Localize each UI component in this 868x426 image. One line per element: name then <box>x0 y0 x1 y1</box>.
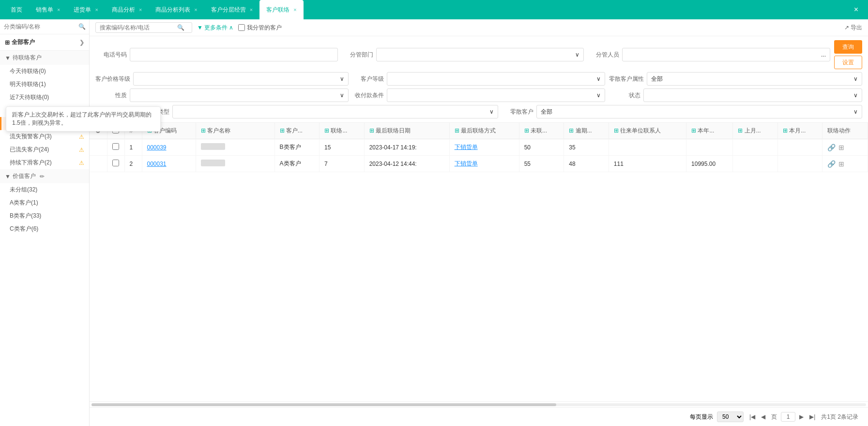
loss-warning-icon[interactable]: ⚠ <box>79 133 84 140</box>
row2-checkbox[interactable] <box>107 156 124 172</box>
sidebar-all-customers-title[interactable]: ⊞ 全部客户 ❯ <box>0 34 89 51</box>
sidebar-item-today[interactable]: 今天待联络(0) <box>0 65 89 78</box>
current-page-input[interactable]: 1 <box>781 412 795 422</box>
customer-type-select[interactable]: ∨ <box>172 105 498 118</box>
row1-code[interactable]: 000039 <box>142 139 196 156</box>
row2-method-link[interactable]: 下销货单 <box>455 160 478 167</box>
next-page-button[interactable]: ▶ <box>797 412 806 421</box>
sidebar-value-edit-icon[interactable]: ✏ <box>40 173 45 180</box>
row1-checkbox[interactable] <box>107 139 124 156</box>
per-page-select[interactable]: 50 100 200 <box>717 411 744 422</box>
nav-customer-tier[interactable]: 客户分层经营 × <box>204 0 259 19</box>
row1-method-link[interactable]: 下销货单 <box>455 144 478 150</box>
col-related-person[interactable]: ⊞ 往来单位联系人 <box>609 123 686 139</box>
col-type[interactable]: ⊞ 客户... <box>274 123 320 139</box>
nav-purchase[interactable]: 进货单 × <box>67 0 105 19</box>
person-select[interactable]: ... <box>622 48 830 61</box>
declining-warn-icon[interactable]: ⚠ <box>79 160 84 166</box>
nav-goods-analysis-list[interactable]: 商品分析列表 × <box>149 0 204 19</box>
col-unreached[interactable]: ⊞ 未联... <box>519 123 564 139</box>
sidebar-item-loss-warning[interactable]: 流失预警客户(3) ⚠ <box>0 130 89 143</box>
col-last-month[interactable]: ⊞ 上月... <box>733 123 778 139</box>
nav-sales[interactable]: 销售单 × <box>29 0 67 19</box>
row1-last-method[interactable]: 下销货单 <box>449 139 519 156</box>
col-this-month[interactable]: ⊞ 本月... <box>777 123 822 139</box>
row2-link-icon[interactable]: 🔗 <box>827 160 836 168</box>
col-last-date[interactable]: ⊞ 最后联络日期 <box>364 123 449 139</box>
retail-customer-select[interactable]: 全部 ∨ <box>536 105 862 118</box>
nav-goods-analysis-close[interactable]: × <box>139 0 142 19</box>
export-button[interactable]: ↗ 导出 <box>844 24 862 32</box>
nav-goods-analysis-list-close[interactable]: × <box>194 0 197 19</box>
col-contact[interactable]: ⊞ 联络... <box>320 123 365 139</box>
scrollbar-thumb[interactable] <box>91 403 556 406</box>
nav-goods-analysis[interactable]: 商品分析 × <box>105 0 149 19</box>
row2-select-checkbox[interactable] <box>112 160 119 166</box>
col-name[interactable]: ⊞ 客户名称 <box>196 123 275 139</box>
gender-select[interactable]: ∨ <box>130 88 349 102</box>
nav-goods-analysis-list-label: 商品分析列表 <box>155 0 190 19</box>
price-level-select[interactable]: ∨ <box>133 72 349 86</box>
nav-home[interactable]: 首页 <box>4 0 29 19</box>
sidebar-pending-contact-section[interactable]: ▼ 待联络客户 <box>0 51 89 65</box>
sidebar-item-ungrouped[interactable]: 未分组(32) <box>0 183 89 196</box>
sidebar-item-class-a[interactable]: A类客户(1) <box>0 196 89 209</box>
settings-button[interactable]: 设置 <box>834 56 862 69</box>
my-customer-checkbox-container[interactable]: 我分管的客户 <box>238 24 282 32</box>
search-input[interactable] <box>100 24 177 31</box>
sidebar-collapse-button[interactable]: ❯ <box>79 39 84 46</box>
row1-related-person <box>609 139 686 156</box>
payment-label: 收付款条件 <box>352 91 384 100</box>
status-select[interactable]: ∨ <box>643 88 862 102</box>
retail-attr-select[interactable]: 全部 ∨ <box>647 72 862 86</box>
nav-customer-contact-close[interactable]: × <box>293 0 296 19</box>
query-button[interactable]: 查询 <box>834 40 862 54</box>
row2-last-method[interactable]: 下销货单 <box>449 156 519 172</box>
sidebar-item-declining[interactable]: 持续下滑客户(2) ⚠ <box>0 156 89 169</box>
search-icon[interactable]: 🔍 <box>177 24 184 31</box>
col-last-method-sort-icon: ⊞ <box>455 127 459 134</box>
lost-warn-icon[interactable]: ⚠ <box>79 147 84 153</box>
sidebar-item-class-c[interactable]: C类客户(6) <box>0 222 89 235</box>
col-this-month-label: 本月... <box>789 127 806 134</box>
col-last-method[interactable]: ⊞ 最后联络方式 <box>449 123 519 139</box>
col-this-year[interactable]: ⊞ 本年... <box>686 123 733 139</box>
phone-input[interactable] <box>130 48 338 61</box>
nav-customer-tier-close[interactable]: × <box>250 0 253 19</box>
last-page-button[interactable]: ▶| <box>807 412 817 421</box>
row2-code[interactable]: 000031 <box>142 156 196 172</box>
nav-purchase-close[interactable]: × <box>95 0 98 19</box>
row1-grid-icon[interactable]: ⊞ <box>838 144 844 151</box>
row1-name[interactable] <box>196 139 275 156</box>
first-page-button[interactable]: |◀ <box>747 412 757 421</box>
customer-level-select[interactable]: ∨ <box>387 72 606 86</box>
window-close-button[interactable]: × <box>848 5 864 14</box>
col-overdue[interactable]: ⊞ 逾期... <box>564 123 609 139</box>
retail-customer-label: 零散客户 <box>502 108 533 116</box>
sidebar-item-lost[interactable]: 已流失客户(24) ⚠ <box>0 143 89 156</box>
nav-customer-contact[interactable]: 客户联络 × <box>259 0 303 19</box>
sidebar-item-class-b[interactable]: B类客户(33) <box>0 209 89 222</box>
prev-page-button[interactable]: ◀ <box>759 412 767 421</box>
sidebar-item-tomorrow[interactable]: 明天待联络(1) <box>0 78 89 91</box>
filter-field-payment: 收付款条件 ∨ <box>352 88 606 102</box>
more-conditions-button[interactable]: ▼ 更多条件 ∧ <box>197 24 233 32</box>
payment-arrow-icon: ∨ <box>596 92 601 99</box>
sidebar-search-input[interactable] <box>4 23 76 30</box>
filter-field-dept: 分管部门 ∨ <box>342 48 584 61</box>
row2-grid-icon[interactable]: ⊞ <box>838 160 844 168</box>
dept-select[interactable]: ∨ <box>376 48 584 61</box>
payment-select[interactable]: ∨ <box>387 88 606 102</box>
horizontal-scrollbar[interactable] <box>90 401 868 407</box>
sidebar-item-7days[interactable]: 近7天待联络(0) <box>0 91 89 104</box>
row1-select-checkbox[interactable] <box>112 143 119 150</box>
col-unreached-label: 未联... <box>531 127 547 134</box>
sidebar-value-section[interactable]: ▼ 价值客户 ✏ <box>0 169 89 183</box>
my-customer-checkbox[interactable] <box>238 24 245 31</box>
sidebar-title-label: 全部客户 <box>12 38 35 46</box>
sidebar-search-icon[interactable]: 🔍 <box>78 23 86 30</box>
nav-sales-close[interactable]: × <box>57 0 60 19</box>
col-related-sort-icon: ⊞ <box>614 127 619 134</box>
row1-link-icon[interactable]: 🔗 <box>827 144 836 151</box>
row2-name[interactable] <box>196 156 275 172</box>
